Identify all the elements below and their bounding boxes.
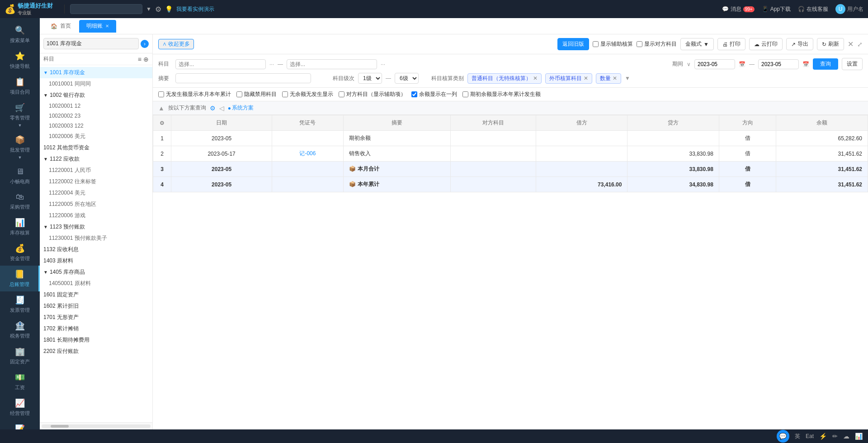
show-aux-checkbox[interactable]: 显示辅助核算 bbox=[593, 40, 633, 48]
account-next-btn[interactable]: › bbox=[141, 40, 149, 48]
tree-item-10020003[interactable]: 10020003 122 bbox=[40, 121, 152, 131]
tree-item-1403[interactable]: 1403 原材料 bbox=[40, 255, 152, 267]
filter-no-balance-input[interactable] bbox=[282, 91, 288, 97]
tree-item-11220001[interactable]: 11220001 人民币 bbox=[40, 165, 152, 176]
sidebar-item-invoice[interactable]: 🧾 发票管理 bbox=[0, 291, 40, 317]
scheme-settings-icon[interactable]: ⚙ bbox=[210, 105, 216, 112]
tree-item-10020001[interactable]: 10020001 12 bbox=[40, 101, 152, 111]
filter-hide-disabled[interactable]: 隐藏禁用科目 bbox=[236, 91, 277, 98]
sidebar-item-wholesale[interactable]: 📦 批发管理 ▼ bbox=[0, 131, 40, 163]
tree-item-1801[interactable]: 1801 长期待摊费用 bbox=[40, 334, 152, 346]
sidebar-item-fund[interactable]: 💰 资金管理 bbox=[0, 240, 40, 266]
sidebar-item-retail[interactable]: 🛒 零售管理 ▼ bbox=[0, 99, 40, 131]
tab-close-icon[interactable]: ✕ bbox=[105, 24, 109, 29]
online-service-btn[interactable]: 🎧 在线客服 bbox=[798, 5, 828, 13]
filter-no-amount-input[interactable] bbox=[158, 91, 164, 97]
tree-item-10010001[interactable]: 10010001 同同同 bbox=[40, 78, 152, 90]
rollback-btn[interactable]: 返回旧版 bbox=[557, 38, 589, 50]
bottom-eat-btn[interactable]: Eat bbox=[806, 433, 814, 439]
sidebar-item-tax[interactable]: 🏦 税务管理 bbox=[0, 317, 40, 343]
level-end-select[interactable]: 6级 5级 bbox=[395, 73, 419, 84]
sidebar-item-inventory[interactable]: 📊 库存核算 bbox=[0, 214, 40, 240]
bottom-lang-btn[interactable]: 英 bbox=[795, 433, 800, 440]
sidebar-item-salary[interactable]: 💵 工资 bbox=[0, 369, 40, 395]
tree-item-1405[interactable]: ▼ 1405 库存商品 bbox=[40, 267, 152, 278]
bottom-chat-btn[interactable]: 💬 bbox=[777, 430, 789, 443]
tree-list-icon[interactable]: ≡ bbox=[138, 56, 142, 63]
user-btn[interactable]: U 用户名 bbox=[835, 4, 863, 14]
filter-contra-input[interactable] bbox=[339, 91, 344, 97]
sidebar-item-assets[interactable]: 🏢 固定资产 bbox=[0, 343, 40, 369]
filter-hide-disabled-input[interactable] bbox=[236, 91, 242, 97]
tree-item-1132[interactable]: 1132 应收利息 bbox=[40, 244, 152, 255]
sidebar-item-project[interactable]: 📋 项目合同 bbox=[0, 73, 40, 99]
maximize-btn[interactable]: ⤢ bbox=[857, 41, 863, 48]
table-settings-icon[interactable]: ⚙ bbox=[160, 120, 165, 126]
topbar-gear-icon[interactable]: ⚙ bbox=[155, 5, 161, 14]
category-tag-1-close[interactable]: ✕ bbox=[533, 75, 538, 81]
tree-item-1602[interactable]: 1602 累计折旧 bbox=[40, 300, 152, 312]
print-btn[interactable]: 🖨 打印 bbox=[717, 38, 745, 50]
tree-item-11220004[interactable]: 11220004 美元 bbox=[40, 187, 152, 199]
filter-opening-input[interactable] bbox=[462, 91, 468, 97]
sidebar-item-expense[interactable]: 📝 小畅报销 bbox=[0, 420, 40, 429]
bottom-edit-icon[interactable]: ✏ bbox=[832, 433, 838, 440]
calendar-icon-1[interactable]: 📅 bbox=[739, 61, 745, 67]
col-settings[interactable]: ⚙ bbox=[153, 115, 171, 131]
category-tag-3[interactable]: 数量 ✕ bbox=[596, 73, 621, 84]
settings-btn[interactable]: 设置 bbox=[842, 58, 863, 70]
tab-detail-ledger[interactable]: 明细账 ✕ bbox=[79, 20, 116, 33]
export-btn[interactable]: ↗ 导出 bbox=[786, 38, 813, 50]
sidebar-item-ecommerce[interactable]: 🖥 小畅电商 bbox=[0, 163, 40, 189]
tree-item-10020002[interactable]: 10020002 23 bbox=[40, 111, 152, 121]
filter-contra[interactable]: 对方科目（显示辅助项） bbox=[339, 91, 406, 98]
tree-item-14050001[interactable]: 14050001 原材料 bbox=[40, 278, 152, 289]
message-btn[interactable]: 💬 消息 99+ bbox=[722, 5, 755, 13]
category-tag-2[interactable]: 外币核算科目 ✕ bbox=[545, 73, 592, 84]
tree-item-11230001[interactable]: 11230001 预付账款美子 bbox=[40, 233, 152, 244]
bottom-cloud-icon[interactable]: ☁ bbox=[843, 433, 849, 440]
system-scheme-item[interactable]: ● 系统方案 bbox=[228, 104, 254, 112]
scheme-side-collapse[interactable]: ◁ bbox=[219, 105, 224, 112]
category-tag-2-close[interactable]: ✕ bbox=[584, 75, 588, 81]
expand-more-btn[interactable]: ∧ 收起更多 bbox=[158, 39, 194, 49]
tree-item-1702[interactable]: 1702 累计摊销 bbox=[40, 323, 152, 334]
sidebar-item-search[interactable]: 🔍 搜索菜单 bbox=[0, 22, 40, 48]
tree-expand-icon[interactable]: ⊕ bbox=[143, 56, 149, 63]
sidebar-item-purchase[interactable]: 🛍 采购管理 bbox=[0, 189, 40, 214]
bottom-chart-icon[interactable]: 📊 bbox=[855, 433, 863, 440]
tree-item-1122[interactable]: ▼ 1122 应收款 bbox=[40, 153, 152, 165]
filter-no-balance[interactable]: 无余额无发生显示 bbox=[282, 91, 333, 98]
sidebar-item-ledger[interactable]: 📒 总账管理 bbox=[0, 266, 40, 291]
category-tag-3-close[interactable]: ✕ bbox=[613, 75, 617, 81]
tree-item-1002[interactable]: ▼ 1002 银行存款 bbox=[40, 90, 152, 101]
refresh-btn[interactable]: ↻ 刷新 bbox=[817, 38, 844, 50]
tree-item-1701[interactable]: 1701 无形资产 bbox=[40, 312, 152, 323]
tree-item-11220002[interactable]: 11220002 往来标签 bbox=[40, 176, 152, 187]
subject-input[interactable] bbox=[175, 59, 266, 69]
tree-item-1601[interactable]: 1601 固定资产 bbox=[40, 289, 152, 300]
period-end-input[interactable] bbox=[758, 59, 799, 69]
sidebar-item-management[interactable]: 📈 经营管理 bbox=[0, 395, 40, 420]
tree-item-10020006[interactable]: 10020006 美元 bbox=[40, 131, 152, 142]
calendar-icon-2[interactable]: 📅 bbox=[802, 61, 809, 67]
sidebar-item-quicknav[interactable]: ⭐ 快捷导航 bbox=[0, 48, 40, 73]
bottom-lightning-icon[interactable]: ⚡ bbox=[819, 433, 827, 440]
tree-item-11220006[interactable]: 11220006 游戏 bbox=[40, 210, 152, 221]
close-btn[interactable]: ✕ bbox=[848, 40, 854, 48]
cloud-print-btn[interactable]: ☁ 云打印 bbox=[749, 38, 783, 50]
level-start-select[interactable]: 1级 2级 bbox=[358, 73, 382, 84]
tree-item-11220005[interactable]: 11220005 所在地区 bbox=[40, 199, 152, 210]
query-btn[interactable]: 查询 bbox=[813, 58, 838, 70]
filter-opening[interactable]: 期初余额显示本年累计发生额 bbox=[462, 91, 541, 98]
topbar-dropdown-icon[interactable]: ▼ bbox=[146, 6, 151, 12]
show-aux-input[interactable] bbox=[593, 41, 599, 47]
app-download-btn[interactable]: 📱 App下载 bbox=[762, 5, 791, 13]
amount-style-btn[interactable]: 金额式 ▼ bbox=[680, 38, 714, 50]
tab-home[interactable]: 🏠 首页 bbox=[43, 20, 78, 33]
subject-end-input[interactable] bbox=[287, 59, 377, 69]
topbar-demo-text[interactable]: 我要看实例演示 bbox=[176, 5, 214, 13]
tree-item-1012[interactable]: 1012 其他货币资金 bbox=[40, 142, 152, 153]
show-contra-input[interactable] bbox=[637, 41, 642, 47]
category-tag-1[interactable]: 普通科目（无特殊核算） ✕ bbox=[467, 73, 542, 84]
